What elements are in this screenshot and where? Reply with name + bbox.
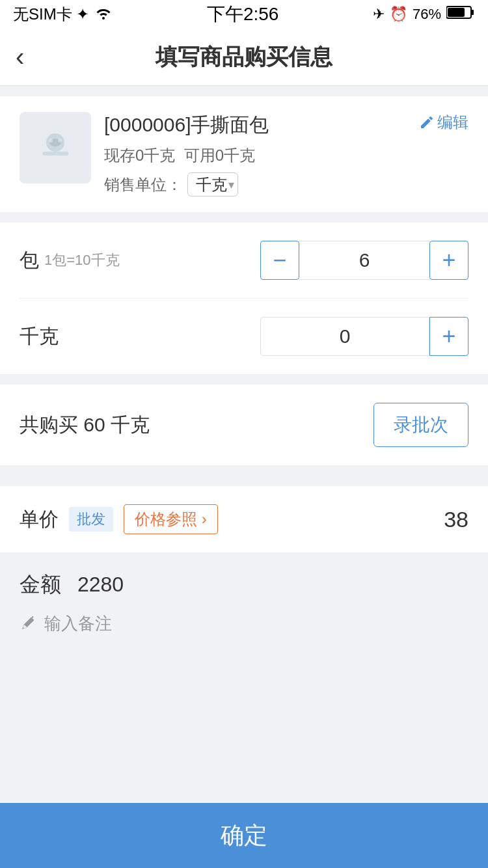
status-time: 下午2:56 (207, 2, 279, 27)
nav-bar: ‹ 填写商品购买信息 (0, 29, 488, 86)
edit-button[interactable]: 编辑 (419, 112, 468, 133)
price-label: 单价 (20, 506, 59, 533)
price-row: 单价 批发 价格参照 › 38 (20, 504, 468, 534)
price-section: 单价 批发 价格参照 › 38 (0, 486, 488, 552)
bao-plus-button[interactable]: + (429, 241, 468, 280)
divider1 (0, 465, 488, 476)
battery-label: 76% (413, 6, 441, 23)
note-placeholder: 输入备注 (44, 612, 112, 635)
page-title: 填写商品购买信息 (156, 42, 332, 72)
amount-value: 2280 (77, 573, 124, 596)
amount-section: 金额 2280 输入备注 (0, 552, 488, 653)
status-left: 无SIM卡 ✦ (13, 4, 113, 25)
battery-icon (446, 5, 475, 23)
price-reference-button[interactable]: 价格参照 › (124, 504, 218, 534)
status-bar: 无SIM卡 ✦ 下午2:56 ✈ ⏰ 76% (0, 0, 488, 29)
kg-label: 千克 (20, 323, 59, 350)
product-image (20, 112, 91, 183)
record-batch-button[interactable]: 录批次 (373, 403, 468, 447)
bao-minus-button[interactable]: − (260, 241, 299, 280)
svg-point-5 (49, 139, 53, 142)
bao-quantity-row: 包 1包=10千克 − + (20, 223, 468, 299)
product-info: [0000006]手撕面包 现存0千克 可用0千克 销售单位： 千克 (104, 112, 468, 197)
quantity-section: 包 1包=10千克 − + 千克 + (0, 223, 488, 374)
amount-row: 金额 2280 (20, 571, 468, 599)
amount-label: 金额 (20, 573, 61, 596)
unit-select-wrap[interactable]: 千克 (187, 172, 238, 197)
product-card: [0000006]手撕面包 现存0千克 可用0千克 销售单位： 千克 编辑 (0, 96, 488, 212)
kg-plus-button[interactable]: + (429, 317, 468, 356)
no-sim-label: 无SIM卡 ✦ (13, 4, 89, 25)
batch-tag: 批发 (69, 507, 113, 532)
kg-controls: + (260, 317, 468, 356)
svg-point-6 (58, 139, 62, 142)
svg-rect-7 (42, 152, 68, 156)
kg-quantity-row: 千克 + (20, 299, 468, 374)
price-value: 38 (444, 507, 468, 532)
svg-rect-2 (448, 8, 465, 17)
kg-input[interactable] (260, 317, 429, 356)
summary-text: 共购买 60 千克 (20, 412, 150, 439)
bao-label: 包 (20, 247, 39, 274)
unit-select[interactable]: 千克 (187, 172, 238, 197)
product-stock: 现存0千克 可用0千克 (104, 145, 468, 166)
product-name: [0000006]手撕面包 (104, 112, 468, 139)
bao-controls: − + (260, 241, 468, 280)
summary-section: 共购买 60 千克 录批次 (0, 385, 488, 465)
confirm-button[interactable]: 确定 (0, 803, 488, 868)
location-icon: ✈ (373, 6, 385, 23)
product-unit: 销售单位： 千克 (104, 172, 468, 197)
svg-rect-1 (471, 10, 474, 15)
note-row[interactable]: 输入备注 (20, 612, 468, 635)
back-button[interactable]: ‹ (16, 42, 24, 72)
bao-input[interactable] (299, 241, 429, 280)
wifi-icon (94, 5, 113, 23)
pencil-icon (20, 615, 38, 633)
status-right: ✈ ⏰ 76% (373, 5, 475, 23)
alarm-icon: ⏰ (390, 6, 407, 23)
bao-sublabel: 1包=10千克 (44, 251, 120, 270)
